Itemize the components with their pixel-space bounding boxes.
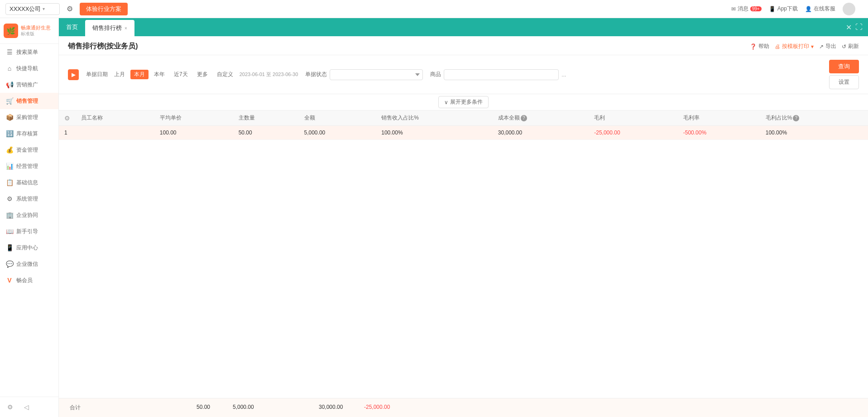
date-tab-current-month[interactable]: 本月 [130,70,149,79]
sidebar-label-guide: 新手引导 [16,228,38,235]
sidebar-label-marketing: 营销推广 [16,81,38,89]
sidebar-collapse-btn[interactable]: ◁ [20,401,33,413]
column-settings-icon[interactable]: ⚙ [64,115,70,122]
filter-expand-arrow[interactable]: ▶ [68,69,79,80]
sidebar: 🌿 畅康通好生意 标准版 ☰ 搜索菜单 ⌂ 快捷导航 📢 营销推广 🛒 销售 [0,18,59,417]
message-icon: ✉ [731,6,736,12]
setup-button[interactable]: 设置 [829,75,859,89]
message-badge: 99+ [750,6,762,11]
trial-btn[interactable]: 体验行业方案 [80,3,128,15]
help-icon: ❓ [750,43,757,50]
filter-right-buttons: 查询 设置 [829,60,859,89]
expand-more-row: ∨ 展开更多条件 [59,94,868,110]
company-selector[interactable]: XXXXX公司 ▾ [5,3,60,15]
table-row: 1 100.00 50.00 5,000.00 100.00% 30,000.0… [59,126,868,140]
tab-close-window-btn[interactable]: ✕ [846,23,852,32]
marketing-icon: 📢 [5,81,14,89]
sidebar-logo: 🌿 畅康通好生意 标准版 [0,18,58,44]
cell-avg-price: 100.00 [154,126,233,140]
tab-home[interactable]: 首页 [59,18,85,36]
sidebar-label-basic: 基础信息 [16,179,38,187]
sidebar-item-system[interactable]: ⚙ 系统管理 [0,191,58,207]
service-icon: 👤 [805,6,812,12]
app-download-btn[interactable]: 📱 App下载 [769,5,798,13]
cell-rank: 1 [59,126,76,140]
footer-sales-pct [268,402,313,413]
table-footer: 合计 50.00 5,000.00 30,000.00 -25,000.00 [59,398,868,417]
top-bar: XXXXX公司 ▾ ⚙ 体验行业方案 ✉ 消息 99+ 📱 App下载 👤 在线… [0,0,868,18]
tab-sales-ranking[interactable]: 销售排行榜 × [85,20,134,36]
sidebar-item-marketing[interactable]: 📢 营销推广 [0,77,58,93]
date-tab-prev-month[interactable]: 上月 [110,70,129,79]
tab-expand-btn[interactable]: ⛶ [855,23,863,31]
logo-text: 畅康通好生意 [21,24,51,31]
cell-main-qty: 50.00 [233,126,299,140]
sidebar-item-purchase[interactable]: 📦 采购管理 [0,109,58,125]
sidebar-item-member[interactable]: V 畅会员 [0,272,58,288]
sidebar-label-purchase: 采购管理 [16,114,38,121]
status-select[interactable] [330,69,423,80]
footer-cells: 合计 50.00 5,000.00 30,000.00 -25,000.00 [64,402,863,413]
gross-pct-info-icon[interactable]: ? [793,115,799,121]
sidebar-item-appstore[interactable]: 📱 应用中心 [0,240,58,256]
expand-more-btn[interactable]: ∨ 展开更多条件 [438,96,489,108]
avatar[interactable] [843,3,855,15]
sidebar-item-finance[interactable]: 💰 资金管理 [0,142,58,158]
page-header: 销售排行榜(按业务员) ❓ 帮助 🖨 按模板打印 ▾ ↗ [59,36,868,55]
sidebar-label-operation: 经营管理 [16,163,38,170]
refresh-icon: ↺ [842,43,846,50]
sidebar-settings-btn[interactable]: ⚙ [4,401,16,413]
footer-cost-amount: 30,000.00 [313,402,359,413]
appstore-icon: 📱 [5,244,14,252]
date-tab-current-year[interactable]: 本年 [150,70,168,79]
guide-icon: 📖 [5,227,14,235]
sidebar-label-shortcut: 快捷导航 [16,65,38,72]
sidebar-item-inventory[interactable]: 🔢 库存核算 [0,125,58,142]
tab-close-icon[interactable]: × [125,26,127,31]
sidebar-label-wechat: 企业微信 [16,260,38,268]
app-download-label: App下载 [777,5,798,13]
cost-info-icon[interactable]: ? [521,115,527,121]
tab-bar: 首页 销售排行榜 × ✕ ⛶ [59,18,868,36]
expand-more-label: 展开更多条件 [450,98,483,106]
sidebar-label-finance: 资金管理 [16,146,38,154]
top-bar-right: ✉ 消息 99+ 📱 App下载 👤 在线客服 [731,3,863,15]
help-btn[interactable]: ❓ 帮助 [750,43,769,50]
date-tab-custom[interactable]: 自定义 [213,70,237,79]
sidebar-item-enterprise[interactable]: 🏢 企业协同 [0,207,58,223]
refresh-btn[interactable]: ↺ 刷新 [842,43,859,50]
query-button[interactable]: 查询 [829,60,859,73]
filter-area: ▶ 单据日期 上月 本月 本年 近7天 更多 自定义 [59,55,868,94]
online-service-btn[interactable]: 👤 在线客服 [805,5,835,13]
app-icon: 📱 [769,6,776,12]
sidebar-item-sales[interactable]: 🛒 销售管理 [0,93,58,109]
topbar-settings-button[interactable]: ⚙ [63,3,76,15]
sidebar-item-basic[interactable]: 📋 基础信息 [0,174,58,191]
cell-gross-rate: -500.00% [678,126,760,140]
sidebar-item-shortcut[interactable]: ⌂ 快捷导航 [0,60,58,77]
goods-input[interactable] [444,69,559,80]
print-label: 按模板打印 [782,43,809,50]
sidebar-item-operation[interactable]: 📊 经营管理 [0,158,58,174]
export-btn[interactable]: ↗ 导出 [819,43,836,50]
sidebar-item-wechat[interactable]: 💬 企业微信 [0,256,58,272]
table-header-row: ⚙ 员工名称 平均单价 主数量 全额 销售收入占比% 成本全额? 毛利 毛利率 [59,110,868,126]
help-label: 帮助 [758,43,769,50]
finance-icon: 💰 [5,146,14,154]
print-btn[interactable]: 🖨 按模板打印 ▾ [775,43,814,50]
sidebar-item-guide[interactable]: 📖 新手引导 [0,223,58,240]
operation-icon: 📊 [5,162,14,170]
sidebar-label-sales: 销售管理 [16,97,38,105]
date-tab-7days[interactable]: 近7天 [170,70,192,79]
status-filter-label: 单据状态 [305,71,327,78]
wechat-icon: 💬 [5,260,14,268]
date-tab-more[interactable]: 更多 [193,70,211,79]
sidebar-item-search[interactable]: ☰ 搜索菜单 [0,44,58,60]
tab-bar-actions: ✕ ⛶ [846,23,868,32]
cell-employee [76,126,154,140]
date-filter-label: 单据日期 [86,71,108,78]
chevron-down-icon: ▾ [43,6,45,11]
message-btn[interactable]: ✉ 消息 99+ [731,5,762,13]
goods-more-btn[interactable]: ... [561,72,566,78]
search-menu-icon: ☰ [5,48,14,56]
